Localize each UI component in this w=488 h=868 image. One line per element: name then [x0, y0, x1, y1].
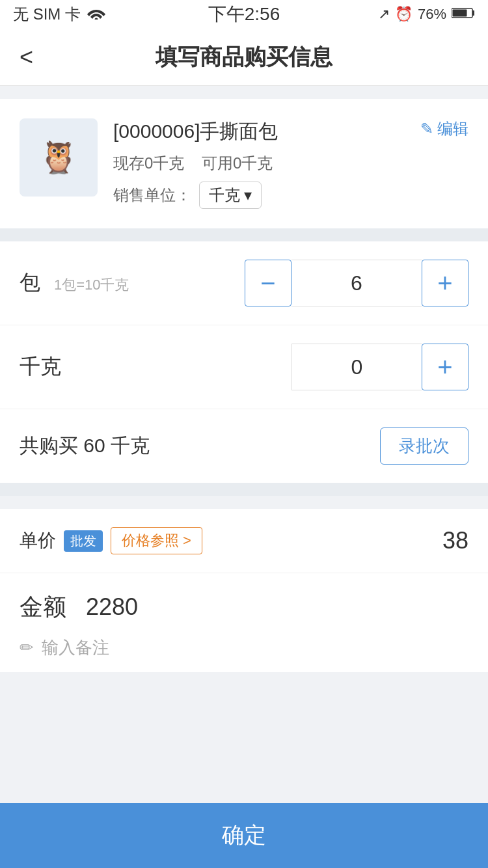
package-plus-button[interactable]: +: [422, 260, 468, 306]
svg-rect-2: [472, 10, 474, 16]
battery-text: 76%: [418, 6, 446, 23]
carrier-text: 无 SIM 卡: [13, 4, 81, 25]
package-value[interactable]: 6: [291, 260, 422, 306]
edit-icon: ✎: [420, 120, 433, 138]
product-card: 🦉 [0000006]手撕面包 ✎ 编辑 现存0千克 可用0千克 销售单位： 千…: [0, 99, 488, 228]
product-info: [0000006]手撕面包 ✎ 编辑 现存0千克 可用0千克 销售单位： 千克 …: [113, 118, 468, 209]
svg-point-0: [95, 18, 98, 20]
unit-value: 千克: [209, 185, 240, 206]
edit-button[interactable]: ✎ 编辑: [420, 118, 468, 139]
amount-label: 金额: [20, 593, 66, 620]
status-bar: 无 SIM 卡 下午2:56 ↗ ⏰ 76%: [0, 0, 488, 29]
kg-label: 千克: [20, 353, 291, 381]
product-logo: 🦉: [39, 139, 78, 176]
package-input-section: 包 1包=10千克 − 6 + 千克 0 + 共购买 60 千克 录批次: [0, 241, 488, 483]
status-time: 下午2:56: [208, 2, 280, 27]
package-row: 包 1包=10千克 − 6 +: [0, 241, 488, 325]
svg-rect-3: [453, 10, 467, 17]
alarm-icon: ⏰: [395, 6, 413, 23]
wifi-icon: [87, 5, 105, 23]
product-unit: 销售单位： 千克 ▾: [113, 182, 468, 209]
footer[interactable]: 确定: [0, 803, 488, 868]
amount-value: 2280: [86, 593, 138, 620]
product-stock: 现存0千克 可用0千克: [113, 153, 468, 174]
amount-note[interactable]: ✏ 输入备注: [20, 636, 468, 659]
note-icon: ✏: [20, 638, 34, 658]
amount-section: 金额 2280 ✏ 输入备注: [0, 573, 488, 672]
note-placeholder: 输入备注: [42, 636, 109, 659]
unit-dropdown[interactable]: 千克 ▾: [199, 182, 262, 209]
footer-spacer: [0, 672, 488, 763]
location-icon: ↗: [378, 6, 390, 23]
summary-text: 共购买 60 千克: [20, 433, 150, 459]
package-label: 包 1包=10千克: [20, 269, 245, 297]
status-right: ↗ ⏰ 76%: [378, 6, 475, 23]
amount-row: 金额 2280: [20, 591, 468, 623]
status-left: 无 SIM 卡: [13, 4, 105, 25]
price-ref-button[interactable]: 价格参照 >: [111, 527, 202, 554]
product-image: 🦉: [20, 118, 98, 197]
package-minus-button[interactable]: −: [245, 260, 291, 306]
unit-label: 销售单位：: [113, 185, 191, 206]
summary-row: 共购买 60 千克 录批次: [0, 409, 488, 483]
kg-controls: 0 +: [291, 344, 468, 390]
stock-text: 现存0千克: [113, 154, 184, 172]
price-label: 单价 批发 价格参照 >: [20, 527, 202, 554]
available-text: 可用0千克: [202, 154, 273, 172]
divider-2: [0, 483, 488, 496]
divider-1: [0, 228, 488, 241]
edit-label: 编辑: [437, 118, 468, 139]
nav-bar: < 填写商品购买信息: [0, 29, 488, 86]
price-value: 38: [442, 527, 468, 554]
page-title: 填写商品购买信息: [156, 42, 332, 72]
batch-button[interactable]: 录批次: [380, 427, 468, 465]
battery-icon: [452, 6, 475, 23]
kg-value[interactable]: 0: [291, 344, 422, 390]
price-label-text: 单价: [20, 528, 56, 553]
price-section: 单价 批发 价格参照 > 38: [0, 509, 488, 573]
package-hint: 1包=10千克: [54, 277, 129, 293]
price-tag-pifa: 批发: [64, 530, 103, 552]
kg-row: 千克 0 +: [0, 325, 488, 409]
product-name: [0000006]手撕面包: [113, 118, 278, 145]
kg-plus-button[interactable]: +: [422, 344, 468, 390]
package-controls: − 6 +: [245, 260, 468, 306]
back-button[interactable]: <: [20, 44, 33, 71]
confirm-button[interactable]: 确定: [222, 821, 266, 850]
chevron-down-icon: ▾: [244, 186, 252, 204]
